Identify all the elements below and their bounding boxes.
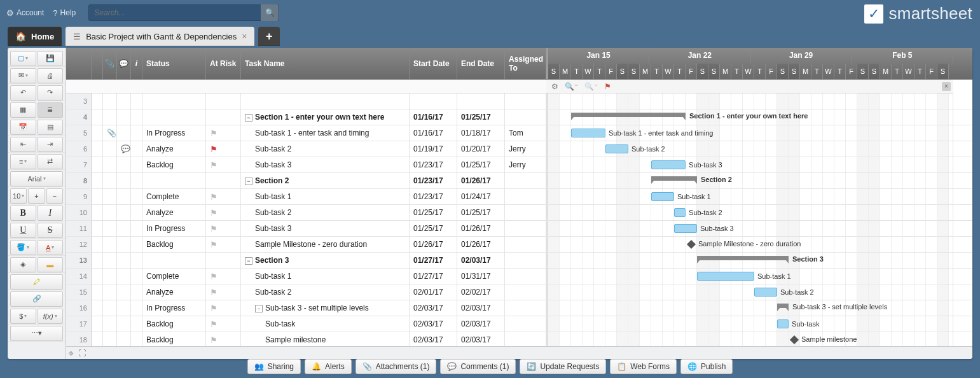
info-cell[interactable]: [131, 205, 142, 220]
discussion-cell[interactable]: 💬: [117, 141, 131, 157]
status-cell[interactable]: [142, 173, 206, 188]
attachment-cell[interactable]: [103, 157, 117, 172]
align-button[interactable]: ≡: [10, 154, 36, 169]
risk-cell[interactable]: [206, 94, 241, 109]
info-cell[interactable]: [131, 221, 142, 236]
assigned-cell[interactable]: [505, 300, 546, 316]
attachment-cell[interactable]: [103, 237, 117, 252]
gantt-bar[interactable]: Sub-task 2: [674, 208, 686, 217]
gantt-cell[interactable]: Sub-task 3 - set multiple levels: [546, 300, 953, 316]
info-cell[interactable]: [131, 125, 142, 141]
print-button[interactable]: 🖨: [38, 68, 64, 83]
wrap-button[interactable]: ⇄: [38, 154, 64, 169]
discussion-cell[interactable]: [117, 221, 131, 236]
row-number[interactable]: 12: [66, 237, 92, 252]
add-row-button[interactable]: ⎆: [69, 349, 73, 358]
underline-button[interactable]: U: [10, 223, 36, 238]
info-cell[interactable]: [131, 189, 142, 204]
flag-icon[interactable]: ⚑: [210, 335, 217, 345]
font-size-select[interactable]: 10: [10, 188, 27, 204]
expand-cell[interactable]: [92, 316, 103, 332]
attachment-cell[interactable]: [103, 221, 117, 236]
attachment-cell[interactable]: [103, 332, 117, 346]
task-cell[interactable]: −Section 2: [241, 173, 410, 188]
format-painter-button[interactable]: ▬: [38, 257, 64, 272]
gantt-cell[interactable]: [546, 94, 953, 109]
update-requests-button[interactable]: 🔄Update Requests: [520, 359, 606, 374]
collapse-icon[interactable]: −: [245, 257, 252, 265]
risk-cell[interactable]: ⚑: [206, 157, 241, 172]
status-cell[interactable]: [142, 94, 206, 109]
assigned-cell[interactable]: [505, 284, 546, 300]
discussion-cell[interactable]: [117, 109, 131, 125]
info-cell[interactable]: [131, 284, 142, 300]
risk-cell[interactable]: [206, 253, 241, 268]
status-cell[interactable]: Complete: [142, 269, 206, 284]
attachment-cell[interactable]: [103, 253, 117, 268]
status-cell[interactable]: In Progress: [142, 125, 206, 141]
info-cell[interactable]: [131, 94, 142, 109]
formula-button[interactable]: f(x): [38, 309, 64, 324]
row-number[interactable]: 15: [66, 284, 92, 300]
status-cell[interactable]: Backlog: [142, 157, 206, 172]
save-button[interactable]: 💾: [38, 51, 64, 66]
row-number[interactable]: 5: [66, 125, 92, 141]
link-button[interactable]: 🔗: [10, 291, 63, 307]
end-date-cell[interactable]: [457, 94, 505, 109]
header-status[interactable]: Status: [142, 48, 206, 79]
tab-home[interactable]: 🏠Home: [8, 27, 62, 46]
discussion-cell[interactable]: [117, 284, 131, 300]
gantt-bar[interactable]: Sub-task 3: [651, 160, 686, 169]
attachment-cell[interactable]: [103, 173, 117, 188]
header-start[interactable]: Start Date: [410, 48, 457, 79]
table-row[interactable]: 16In Progress⚑−Sub-task 3 - set multiple…: [66, 300, 972, 316]
flag-icon[interactable]: ⚑: [210, 288, 217, 297]
info-cell[interactable]: [131, 300, 142, 316]
conditional-format-button[interactable]: ◈: [10, 257, 36, 272]
flag-icon[interactable]: ⚑: [210, 129, 217, 138]
start-date-cell[interactable]: 01/23/17: [410, 189, 457, 204]
publish-button[interactable]: 🌐Publish: [680, 359, 733, 374]
gantt-cell[interactable]: Sample milestone: [546, 332, 953, 346]
table-row[interactable]: 10Analyze⚑Sub-task 201/25/1701/25/17Sub-…: [66, 205, 972, 221]
gantt-view-button[interactable]: ≣: [38, 102, 64, 118]
start-date-cell[interactable]: 01/27/17: [410, 253, 457, 268]
risk-cell[interactable]: ⚑: [206, 125, 241, 141]
attachment-cell[interactable]: [103, 141, 117, 157]
row-number[interactable]: 16: [66, 300, 92, 316]
risk-cell[interactable]: [206, 109, 241, 125]
zoom-in-button[interactable]: 🔍⁺: [584, 82, 598, 91]
expand-cell[interactable]: [92, 189, 103, 204]
table-row[interactable]: 7Backlog⚑Sub-task 301/23/1701/25/17Jerry…: [66, 157, 972, 173]
task-cell[interactable]: Sub-task: [241, 316, 410, 332]
assigned-cell[interactable]: [505, 237, 546, 252]
more-button[interactable]: ⋯▾: [10, 326, 63, 341]
status-cell[interactable]: Analyze: [142, 284, 206, 300]
row-number[interactable]: 14: [66, 269, 92, 284]
info-cell[interactable]: [131, 173, 142, 188]
discussion-cell[interactable]: [117, 189, 131, 204]
gantt-settings-button[interactable]: ⚙: [551, 82, 558, 91]
collapse-icon[interactable]: −: [245, 114, 252, 122]
attachment-cell[interactable]: [103, 205, 117, 220]
attachment-cell[interactable]: [103, 269, 117, 284]
sheet-actions-button[interactable]: ▢: [10, 51, 36, 66]
alerts-button[interactable]: 🔔Alerts: [305, 359, 352, 374]
row-number[interactable]: 3: [66, 94, 92, 109]
risk-cell[interactable]: ⚑: [206, 205, 241, 220]
redo-button[interactable]: ↷: [38, 85, 64, 101]
status-cell[interactable]: In Progress: [142, 300, 206, 316]
discussion-cell[interactable]: [117, 316, 131, 332]
start-date-cell[interactable]: [410, 94, 457, 109]
status-cell[interactable]: [142, 253, 206, 268]
italic-button[interactable]: I: [38, 206, 64, 221]
expand-cell[interactable]: [92, 284, 103, 300]
end-date-cell[interactable]: 02/02/17: [457, 284, 505, 300]
end-date-cell[interactable]: 01/24/17: [457, 189, 505, 204]
task-cell[interactable]: Sub-task 2: [241, 141, 410, 157]
start-date-cell[interactable]: 01/27/17: [410, 269, 457, 284]
gantt-bar[interactable]: Sub-task 3: [674, 224, 697, 233]
expand-cell[interactable]: [92, 221, 103, 236]
info-cell[interactable]: [131, 269, 142, 284]
info-cell[interactable]: [131, 237, 142, 252]
